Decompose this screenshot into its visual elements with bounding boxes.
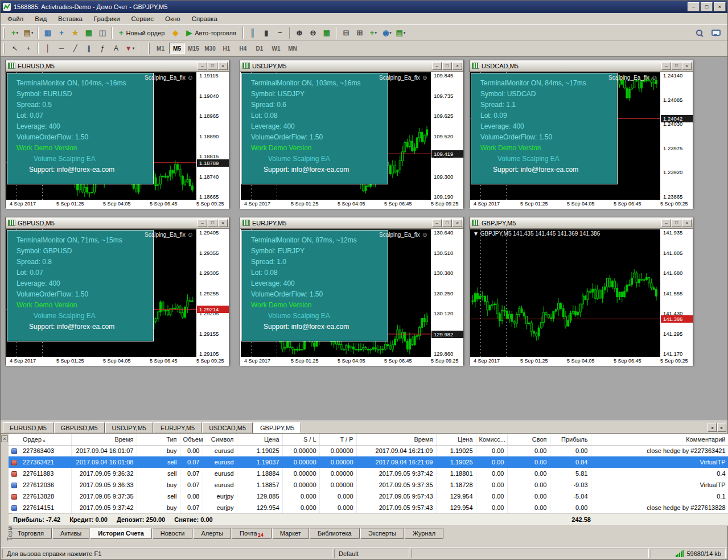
periods-icon[interactable]: ◉▾ [380,27,394,39]
column-header[interactable]: Символ [203,434,237,445]
terminal-tab-experts[interactable]: Эксперты [360,528,404,539]
chart-restore-button[interactable]: □ [442,62,452,70]
column-header[interactable]: Прибыль [550,434,591,445]
zoom-out-icon[interactable]: ⊖ [306,27,320,39]
cascade-windows-icon[interactable]: ⊟ [339,27,353,39]
candlestick-chart-icon[interactable]: ▮ [260,27,273,39]
chart-tab-eurusd[interactable]: EURUSD,M5 [3,422,54,433]
title-bar[interactable]: 1568885: Activtrades-Demo - Демо Счет - … [1,1,727,13]
chart-minimize-button[interactable]: – [432,62,442,70]
terminal-tab-alerts[interactable]: Алерты [193,528,231,539]
terminal-tab-mail[interactable]: Почта14 [232,528,272,539]
table-header-row[interactable]: Ордер ▴ВремяТипОбъемСимволЦенаS / LT / P… [9,434,728,445]
column-header[interactable]: Объем [180,434,203,445]
scroll-right-icon[interactable]: ▸ [717,423,726,432]
history-row[interactable]: 2276138282017.09.05 9:37:35sell0.08eurjp… [9,491,728,502]
chart-tab-gbpusd[interactable]: GBPUSD,M5 [54,422,105,433]
chart-close-button[interactable]: × [218,219,228,227]
tile-windows-icon[interactable]: ▦ [320,27,334,39]
menu-item-window[interactable]: Окно [159,13,186,24]
column-header[interactable]: Время [71,434,137,445]
history-row[interactable]: 2273634032017.09.04 16:01:07buy0.00eurus… [9,445,728,456]
vertical-line-icon[interactable]: │ [41,42,55,55]
chart-tab-gbpjpy[interactable]: GBPJPY,M5 [253,422,301,433]
minimize-button[interactable]: – [688,2,700,11]
text-label-icon[interactable]: A [109,42,123,55]
terminal-tab-market[interactable]: Маркет [272,528,309,539]
chart-titlebar[interactable]: EURUSD,M5–□× [6,60,229,71]
column-header[interactable]: Комментарий [591,434,728,445]
line-chart-icon[interactable]: ~ [273,27,287,39]
crosshair-icon[interactable]: + [22,42,35,55]
chart-restore-button[interactable]: □ [208,219,217,227]
new-chart-icon[interactable]: +▾ [8,27,22,39]
terminal-tab-assets[interactable]: Активы [52,528,89,539]
chart-minimize-button[interactable]: – [661,62,671,70]
timeframe-w1[interactable]: W1 [268,43,284,54]
data-window-icon[interactable]: + [55,27,68,39]
column-header[interactable]: Время [356,434,436,445]
strategy-tester-icon[interactable]: ◫ [96,27,109,39]
chart-close-button[interactable]: × [453,62,462,70]
close-button[interactable]: × [714,2,726,11]
column-header[interactable]: T / P [319,434,356,445]
terminal-tab-library[interactable]: Библиотека [310,528,360,539]
menu-item-file[interactable]: Файл [2,13,29,24]
scroll-left-icon[interactable]: ◂ [708,423,717,432]
zoom-in-icon[interactable]: ⊕ [293,27,306,39]
history-row[interactable]: 2276118832017.09.05 9:36:32sell0.07eurus… [9,468,728,479]
column-header[interactable]: Своп [507,434,550,445]
history-row[interactable]: 2273634212017.09.04 16:01:08sell0.07euru… [9,456,728,468]
chart-close-button[interactable]: × [682,62,692,70]
cursor-icon[interactable]: ↖ [8,42,22,55]
chart-titlebar[interactable]: EURJPY,M5–□× [240,217,463,228]
chart-canvas[interactable] [470,229,660,357]
column-header[interactable]: Ордер ▴ [20,434,71,445]
timeframe-h4[interactable]: H4 [235,43,251,54]
timeframe-d1[interactable]: D1 [252,43,268,54]
chart-minimize-button[interactable]: – [432,219,442,227]
terminal-close-icon[interactable]: × [1,435,8,442]
timeframe-m5[interactable]: M5 [169,43,185,54]
column-header[interactable]: S / L [282,434,319,445]
restore-button[interactable]: □ [701,2,713,11]
chart-tab-usdcad[interactable]: USDCAD,M5 [202,422,253,433]
menu-item-service[interactable]: Сервис [126,13,159,24]
indicators-icon[interactable]: +▾ [367,27,380,39]
arrange-windows-icon[interactable]: ⊞ [353,27,367,39]
terminal-tab-trade[interactable]: Торговля [10,528,52,539]
chart-titlebar[interactable]: GBPUSD,M5–□× [6,217,229,228]
timeframe-m15[interactable]: M15 [186,43,201,54]
metaeditor-icon[interactable]: ◆ [168,27,182,39]
timeframe-m1[interactable]: M1 [153,43,168,54]
chart-close-button[interactable]: × [682,219,692,227]
templates-icon[interactable]: ▤▾ [394,27,408,39]
column-header[interactable]: Комисс... [476,434,507,445]
fibonacci-icon[interactable]: ƒ [96,42,109,55]
menu-item-insert[interactable]: Вставка [52,13,88,24]
market-watch-icon[interactable]: ▥ [41,27,55,39]
chart-titlebar[interactable]: GBPJPY,M5–□× [470,217,693,228]
column-header[interactable]: Тип [137,434,180,445]
column-header[interactable]: Цена [436,434,476,445]
chart-titlebar[interactable]: USDCAD,M5–□× [470,60,693,71]
column-header[interactable]: Цена [237,434,282,445]
menu-item-help[interactable]: Справка [186,13,223,24]
chart-restore-button[interactable]: □ [672,219,681,227]
chat-icon[interactable] [711,30,721,36]
status-profile[interactable]: Default [334,549,409,558]
timeframe-m30[interactable]: M30 [202,43,218,54]
terminal-panel-icon[interactable]: ▦ [82,27,96,39]
profiles-icon[interactable]: ▤▾ [22,27,35,39]
search-icon[interactable] [696,29,704,37]
terminal-tab-news[interactable]: Новости [153,528,193,539]
chart-restore-button[interactable]: □ [208,62,217,70]
chart-restore-button[interactable]: □ [442,219,452,227]
chart-close-button[interactable]: × [218,62,228,70]
history-row[interactable]: 2276141512017.09.05 9:37:42buy0.07eurjpy… [9,502,728,513]
chart-close-button[interactable]: × [453,219,462,227]
timeframe-h1[interactable]: H1 [219,43,235,54]
toolbar-grip[interactable] [3,43,5,54]
chart-minimize-button[interactable]: – [198,62,207,70]
terminal-tab-journal[interactable]: Журнал [405,528,443,539]
